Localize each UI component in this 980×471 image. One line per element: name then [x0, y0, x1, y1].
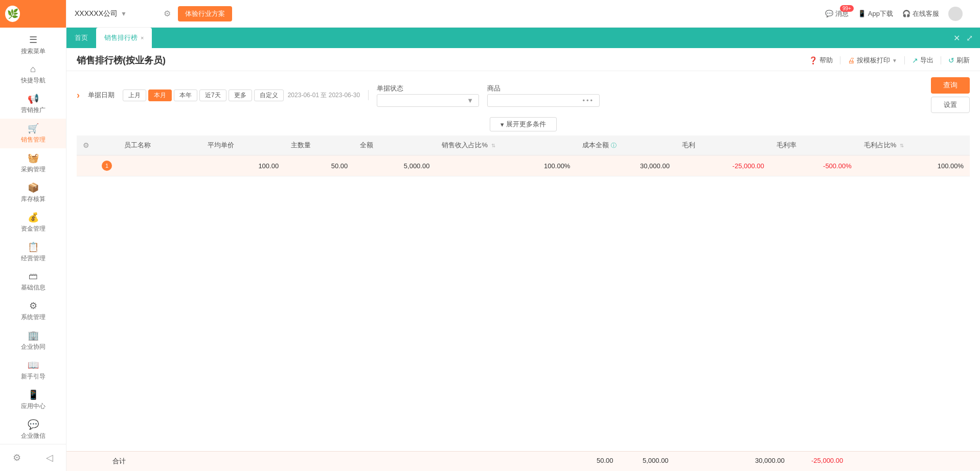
message-btn[interactable]: 💬 消息 99+ — [825, 9, 849, 18]
help-icon: ❓ — [809, 56, 817, 64]
filter-dots[interactable]: ••• — [582, 97, 594, 104]
page-header: 销售排行榜(按业务员) ❓ 帮助 🖨 按模板打印 ▼ ↗ 导出 — [66, 48, 980, 71]
filter-actions: 查询 设置 — [931, 77, 970, 113]
win-expand-btn[interactable]: ⤢ — [966, 33, 973, 43]
sidebar-icon-finance: 💰 — [28, 212, 39, 223]
sidebar-label-collab: 企业协同 — [21, 343, 45, 351]
col-avg-price: 平均单价 — [201, 136, 285, 155]
sidebar-icon-collab: 🏢 — [28, 330, 39, 341]
sidebar-label-operations: 经营管理 — [21, 254, 45, 263]
sort-icon-sales-ratio: ⇅ — [491, 143, 495, 148]
sidebar-footer: ⚙ ◁ — [0, 444, 66, 471]
status-select[interactable]: ▼ — [377, 94, 479, 107]
footer-gross-rate-spacer — [868, 457, 919, 466]
settings-btn[interactable]: 设置 — [931, 97, 970, 113]
sidebar-item-collab[interactable]: 🏢 企业协同 — [0, 326, 66, 355]
sidebar-icon-marketing: 📢 — [28, 93, 39, 104]
footer-total-label: 合计 — [112, 457, 545, 466]
message-badge: 99+ — [840, 5, 854, 12]
export-btn[interactable]: ↗ 导出 — [912, 56, 933, 65]
online-service-btn[interactable]: 🎧 在线客服 — [902, 9, 939, 18]
col-cost-amount: 成本全额 ⓘ — [576, 136, 675, 155]
sidebar-item-wechat[interactable]: 💬 企业微信 — [0, 415, 66, 444]
cell-cost-amount: 30,000.00 — [576, 155, 675, 176]
date-btn-上月[interactable]: 上月 — [123, 89, 146, 101]
sidebar-item-quick-nav[interactable]: ⌂ 快捷导航 — [0, 60, 66, 89]
footer-spacer — [77, 457, 92, 466]
topbar-gear-icon[interactable]: ⚙ — [164, 9, 171, 18]
cell-avg-price: 100.00 — [201, 155, 285, 176]
sidebar-item-sales[interactable]: 🛒 销售管理 — [0, 119, 66, 148]
filter-arrow-icon: › — [77, 90, 80, 101]
sidebar-icon-basics: 🗃 — [29, 271, 38, 282]
cell-gross: -25,000.00 — [676, 155, 770, 176]
company-selector[interactable]: XXXXXX公司 ▼ — [75, 9, 156, 18]
query-btn[interactable]: 查询 — [931, 77, 970, 94]
tab-sales-rank-label: 销售排行榜 — [104, 33, 138, 42]
date-btn-自定义[interactable]: 自定义 — [254, 89, 284, 101]
sidebar-label-sales: 销售管理 — [21, 136, 45, 144]
col-settings-icon: ⚙ — [83, 141, 89, 149]
avatar[interactable] — [948, 7, 963, 21]
app-icon: 📱 — [858, 10, 866, 17]
sidebar-item-purchase[interactable]: 🧺 采购管理 — [0, 148, 66, 178]
expand-more-btn[interactable]: ▾ 展开更多条件 — [490, 117, 557, 131]
footer-gross-ratio-spacer — [919, 457, 970, 466]
date-btn-更多[interactable]: 更多 — [229, 89, 252, 101]
template-print-btn[interactable]: 🖨 按模板打印 ▼ — [848, 56, 897, 65]
sidebar-item-system[interactable]: ⚙ 系统管理 — [0, 296, 66, 326]
tab-home[interactable]: 首页 — [66, 28, 96, 48]
settings-footer-btn[interactable]: ⚙ — [10, 450, 24, 466]
filter-collapse-btn[interactable]: › — [77, 90, 80, 101]
col-gross: 毛利 — [676, 136, 770, 155]
message-icon: 💬 — [825, 10, 833, 17]
collapse-sidebar-btn[interactable]: ◁ — [43, 450, 56, 466]
sidebar-label-system: 系统管理 — [21, 313, 45, 322]
sidebar-logo: 🌿 畅康通好生意 标准版 — [0, 0, 66, 28]
status-filter-label: 单据状态 — [377, 84, 479, 93]
cost-info-icon[interactable]: ⓘ — [611, 142, 617, 148]
tab-close-icon[interactable]: × — [141, 35, 144, 41]
print-dropdown-arrow: ▼ — [892, 58, 897, 63]
table-container: ⚙ 员工名称 平均单价 主数量 全额 销售收入占比% ⇅ 成本全额 — [66, 136, 980, 451]
col-settings[interactable]: ⚙ — [77, 136, 96, 155]
cell-rank: 1 — [96, 155, 118, 176]
status-select-arrow: ▼ — [467, 97, 473, 104]
sidebar-item-marketing[interactable]: 📢 营销推广 — [0, 89, 66, 119]
tab-sales-rank[interactable]: 销售排行榜 × — [96, 28, 152, 48]
date-btn-本年[interactable]: 本年 — [174, 89, 197, 101]
tab-home-label: 首页 — [75, 33, 88, 42]
refresh-btn[interactable]: ↺ 刷新 — [948, 56, 970, 65]
cell-sales-ratio: 100.00% — [436, 155, 576, 176]
sidebar-label-search-order: 搜索菜单 — [21, 47, 45, 56]
goods-select[interactable]: ••• — [487, 94, 600, 107]
help-btn[interactable]: ❓ 帮助 — [809, 56, 833, 65]
col-sales-ratio: 销售收入占比% ⇅ — [436, 136, 576, 155]
sidebar-item-inventory[interactable]: 📦 库存核算 — [0, 178, 66, 208]
col-amount: 全额 — [354, 136, 436, 155]
print-icon: 🖨 — [848, 56, 855, 64]
sidebar-item-basics[interactable]: 🗃 基础信息 — [0, 267, 66, 296]
sidebar-item-search-order[interactable]: ☰ 搜索菜单 — [0, 30, 66, 60]
date-btn-本月[interactable]: 本月 — [148, 89, 172, 101]
col-gross-rate: 毛利率 — [770, 136, 858, 155]
sidebar-item-apps[interactable]: 📱 应用中心 — [0, 385, 66, 415]
date-btn-近7天[interactable]: 近7天 — [199, 89, 226, 101]
trial-btn[interactable]: 体验行业方案 — [178, 6, 232, 21]
sales-rank-table: ⚙ 员工名称 平均单价 主数量 全额 销售收入占比% ⇅ 成本全额 — [77, 136, 970, 176]
sidebar-item-guide[interactable]: 📖 新手引导 — [0, 355, 66, 385]
table-row[interactable]: 1 100.00 50.00 5,000.00 100.00% 30,000.0… — [77, 155, 970, 176]
win-close-btn[interactable]: ✕ — [953, 33, 960, 43]
sidebar-label-apps: 应用中心 — [21, 402, 45, 411]
sidebar-icon-sales: 🛒 — [28, 123, 39, 134]
cell-gross-ratio: 100.00% — [858, 155, 970, 176]
col-rank — [96, 136, 118, 155]
footer-main-qty: 50.00 — [597, 457, 643, 466]
action-divider-3 — [941, 56, 941, 64]
sidebar-item-finance[interactable]: 💰 资金管理 — [0, 208, 66, 237]
expand-arrow-icon: ▾ — [500, 121, 504, 128]
cell-settings — [77, 155, 96, 176]
sidebar-label-quick-nav: 快捷导航 — [21, 76, 45, 85]
page-title: 销售排行榜(按业务员) — [77, 54, 809, 66]
app-download-btn[interactable]: 📱 App下载 — [858, 9, 893, 18]
